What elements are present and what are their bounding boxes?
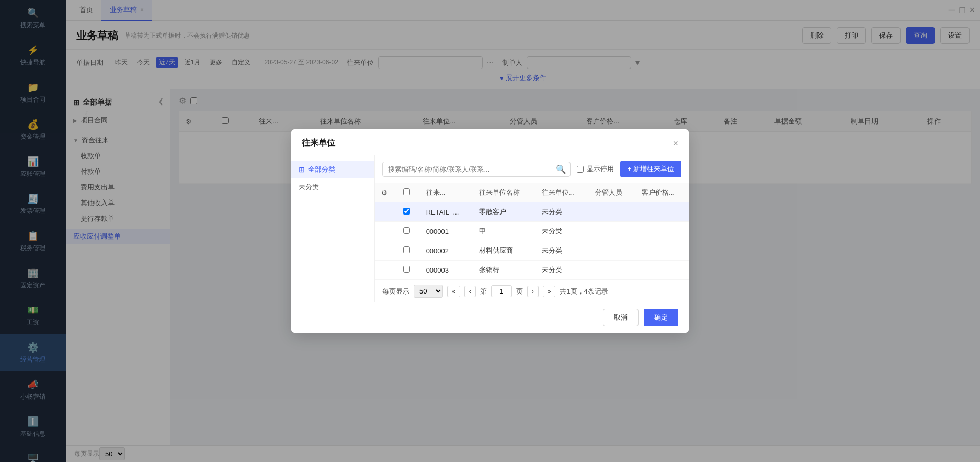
modal-footer-bar: 每页显示 50 100 « ‹ 第 页 › » 共1页，4条记录 (375, 280, 689, 302)
last-page-button[interactable]: » (543, 286, 556, 297)
row-price (635, 202, 689, 222)
row-select-checkbox[interactable] (403, 208, 410, 215)
modal-body: ⊞ 全部分类 未分类 《 🔍 显示停用 (291, 155, 689, 302)
row-settings (375, 261, 397, 280)
party-search-input[interactable] (382, 162, 571, 177)
modal-category-uncategorized[interactable]: 未分类 (291, 178, 374, 196)
cancel-button[interactable]: 取消 (603, 309, 639, 326)
first-page-button[interactable]: « (447, 286, 460, 297)
new-party-button[interactable]: + 新增往来单位 (620, 161, 681, 177)
show-disabled-label[interactable]: 显示停用 (577, 164, 614, 174)
show-disabled-text: 显示停用 (587, 164, 614, 174)
row-name: 张销得 (473, 261, 535, 280)
grid-icon: ⊞ (299, 165, 305, 174)
row-manager (589, 222, 635, 241)
search-icon[interactable]: 🔍 (556, 164, 566, 174)
row-code: 000002 (420, 241, 473, 261)
page-size-label: 每页显示 (382, 287, 409, 296)
party-modal: 往来单位 × ⊞ 全部分类 未分类 《 (291, 129, 689, 333)
modal-party-table: ⚙ 往来... 往来单位名称 往来单位... 分管人员 客户价格... (375, 183, 689, 280)
table-row[interactable]: 000003 张销得 未分类 (375, 261, 689, 280)
row-settings (375, 222, 397, 241)
table-row[interactable]: 000002 材料供应商 未分类 (375, 241, 689, 261)
row-checkbox (397, 241, 419, 261)
search-wrap: 🔍 (382, 162, 571, 177)
page-size-select[interactable]: 50 100 (414, 285, 443, 298)
row-manager (589, 241, 635, 261)
page-word: 第 (480, 287, 487, 296)
row-code: RETAIL_... (420, 202, 473, 222)
modal-table-wrap: ⚙ 往来... 往来单位名称 往来单位... 分管人员 客户价格... (375, 183, 689, 280)
next-page-button[interactable]: › (527, 286, 539, 297)
modal-actions: 取消 确定 (291, 302, 689, 333)
row-manager (589, 261, 635, 280)
row-category: 未分类 (535, 241, 589, 261)
modal-header: 往来单位 × (291, 129, 689, 155)
row-category: 未分类 (535, 222, 589, 241)
all-category-label: 全部分类 (308, 165, 335, 174)
page-number-input[interactable] (491, 285, 512, 297)
modal-right-panel: 🔍 显示停用 + 新增往来单位 ⚙ (375, 155, 689, 302)
modal-col-code: 往来... (420, 183, 473, 202)
show-disabled-checkbox[interactable] (577, 166, 584, 173)
row-checkbox (397, 222, 419, 241)
table-row[interactable]: 000001 甲 未分类 (375, 222, 689, 241)
row-price (635, 222, 689, 241)
total-info: 共1页，4条记录 (560, 287, 608, 296)
row-select-checkbox[interactable] (403, 246, 410, 253)
row-manager (589, 202, 635, 222)
page-unit: 页 (516, 287, 523, 296)
row-code: 000003 (420, 261, 473, 280)
row-name: 材料供应商 (473, 241, 535, 261)
prev-page-button[interactable]: ‹ (464, 286, 476, 297)
row-category: 未分类 (535, 261, 589, 280)
row-name: 甲 (473, 222, 535, 241)
modal-col-checkbox (397, 183, 419, 202)
row-settings (375, 241, 397, 261)
row-checkbox (397, 202, 419, 222)
row-price (635, 261, 689, 280)
row-code: 000001 (420, 222, 473, 241)
row-checkbox (397, 261, 419, 280)
modal-col-category: 往来单位... (535, 183, 589, 202)
modal-category-all[interactable]: ⊞ 全部分类 (291, 161, 374, 178)
modal-col-manager: 分管人员 (589, 183, 635, 202)
row-name: 零散客户 (473, 202, 535, 222)
row-select-checkbox[interactable] (403, 227, 410, 234)
modal-col-settings: ⚙ (375, 183, 397, 202)
modal-col-price: 客户价格... (635, 183, 689, 202)
modal-col-name: 往来单位名称 (473, 183, 535, 202)
modal-overlay[interactable]: 往来单位 × ⊞ 全部分类 未分类 《 (0, 0, 980, 462)
modal-left-panel: ⊞ 全部分类 未分类 《 (291, 155, 375, 302)
modal-header-checkbox[interactable] (403, 188, 410, 195)
row-settings (375, 202, 397, 222)
row-select-checkbox[interactable] (403, 266, 410, 273)
row-price (635, 241, 689, 261)
modal-toolbar: 🔍 显示停用 + 新增往来单位 (375, 155, 689, 183)
uncategorized-label: 未分类 (299, 183, 319, 192)
row-category: 未分类 (535, 202, 589, 222)
confirm-button[interactable]: 确定 (644, 309, 678, 326)
modal-close-button[interactable]: × (673, 139, 678, 148)
table-row[interactable]: RETAIL_... 零散客户 未分类 (375, 202, 689, 222)
modal-title: 往来单位 (302, 138, 335, 149)
